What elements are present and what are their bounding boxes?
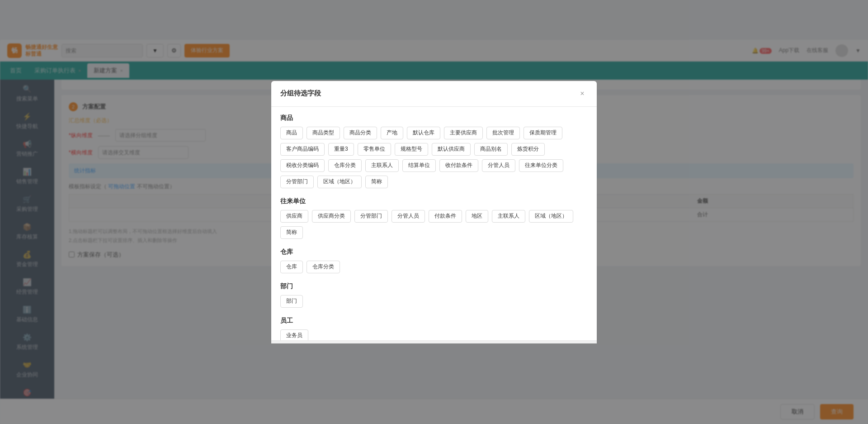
field-group-warehouse-title: 仓库 [280, 248, 588, 256]
field-tag-product-22[interactable]: 分管部门 [280, 176, 314, 188]
field-tag-contact-0[interactable]: 供应商 [280, 210, 308, 223]
field-tags-staff: 业务员 [280, 329, 588, 341]
field-tag-product-21[interactable]: 往来单位分类 [519, 159, 563, 172]
field-tag-product-17[interactable]: 主联系人 [365, 159, 399, 172]
field-group-product: 商品 商品 商品类型 商品分类 产地 默认仓库 主要供应商 批次管理 保质期管理… [280, 114, 588, 188]
field-tag-product-6[interactable]: 批次管理 [486, 127, 520, 139]
field-tag-product-4[interactable]: 默认仓库 [407, 127, 440, 139]
field-tag-product-15[interactable]: 税收分类编码 [280, 159, 325, 172]
field-group-staff: 员工 业务员 [280, 317, 588, 341]
field-group-product-title: 商品 [280, 114, 588, 122]
field-tag-product-20[interactable]: 分管人员 [482, 159, 515, 172]
field-tag-contact-8[interactable]: 简称 [280, 226, 303, 239]
field-tag-product-14[interactable]: 炼货积分 [511, 143, 545, 156]
field-tag-product-12[interactable]: 默认供应商 [432, 143, 471, 156]
modal-header: 分组待选字段 × [271, 81, 597, 107]
field-tag-contact-7[interactable]: 区域（地区） [529, 210, 573, 223]
field-tag-contact-6[interactable]: 主联系人 [492, 210, 525, 223]
field-tag-product-24[interactable]: 简称 [365, 176, 388, 188]
modal-close-button[interactable]: × [577, 88, 588, 99]
field-tag-product-18[interactable]: 结算单位 [402, 159, 436, 172]
field-tag-contact-3[interactable]: 分管人员 [392, 210, 425, 223]
field-tags-dept: 部门 [280, 295, 588, 308]
field-group-contact-title: 往来单位 [280, 197, 588, 205]
field-tag-product-9[interactable]: 重量3 [328, 143, 354, 156]
field-group-contact: 往来单位 供应商 供应商分类 分管部门 分管人员 付款条件 地区 主联系人 区域… [280, 197, 588, 239]
field-tag-staff-0[interactable]: 业务员 [280, 329, 308, 341]
field-tag-contact-2[interactable]: 分管部门 [354, 210, 388, 223]
field-tag-product-2[interactable]: 商品分类 [344, 127, 377, 139]
field-tag-product-19[interactable]: 收付款条件 [439, 159, 478, 172]
field-tag-product-5[interactable]: 主要供应商 [444, 127, 483, 139]
field-tag-contact-5[interactable]: 地区 [466, 210, 488, 223]
modal: 分组待选字段 × 商品 商品 商品类型 商品分类 产地 默认仓库 主要供应商 批… [271, 81, 597, 343]
modal-horizontal-scrollbar[interactable] [271, 340, 597, 343]
field-tag-product-1[interactable]: 商品类型 [307, 127, 340, 139]
field-tag-product-23[interactable]: 区域（地区） [317, 176, 362, 188]
field-tag-contact-1[interactable]: 供应商分类 [312, 210, 351, 223]
field-tag-product-8[interactable]: 客户商品编码 [280, 143, 325, 156]
field-tags-warehouse: 仓库 仓库分类 [280, 261, 588, 273]
field-group-dept-title: 部门 [280, 282, 588, 291]
field-tag-contact-4[interactable]: 付款条件 [429, 210, 462, 223]
modal-overlay[interactable]: 分组待选字段 × 商品 商品 商品类型 商品分类 产地 默认仓库 主要供应商 批… [0, 0, 868, 424]
field-group-dept: 部门 部门 [280, 282, 588, 308]
field-tag-dept-0[interactable]: 部门 [280, 295, 303, 308]
field-tags-contact: 供应商 供应商分类 分管部门 分管人员 付款条件 地区 主联系人 区域（地区） … [280, 210, 588, 239]
modal-body: 商品 商品 商品类型 商品分类 产地 默认仓库 主要供应商 批次管理 保质期管理… [271, 107, 597, 341]
modal-title: 分组待选字段 [280, 89, 321, 98]
field-tag-product-11[interactable]: 规格型号 [395, 143, 428, 156]
field-group-warehouse: 仓库 仓库 仓库分类 [280, 248, 588, 273]
field-tag-product-10[interactable]: 零售单位 [358, 143, 391, 156]
field-tag-warehouse-1[interactable]: 仓库分类 [307, 261, 340, 273]
field-tag-product-13[interactable]: 商品别名 [474, 143, 508, 156]
field-tags-product: 商品 商品类型 商品分类 产地 默认仓库 主要供应商 批次管理 保质期管理 客户… [280, 127, 588, 188]
field-tag-product-0[interactable]: 商品 [280, 127, 303, 139]
field-tag-product-7[interactable]: 保质期管理 [524, 127, 562, 139]
field-group-staff-title: 员工 [280, 317, 588, 325]
field-tag-product-3[interactable]: 产地 [381, 127, 403, 139]
field-tag-warehouse-0[interactable]: 仓库 [280, 261, 303, 273]
field-tag-product-16[interactable]: 仓库分类 [328, 159, 362, 172]
